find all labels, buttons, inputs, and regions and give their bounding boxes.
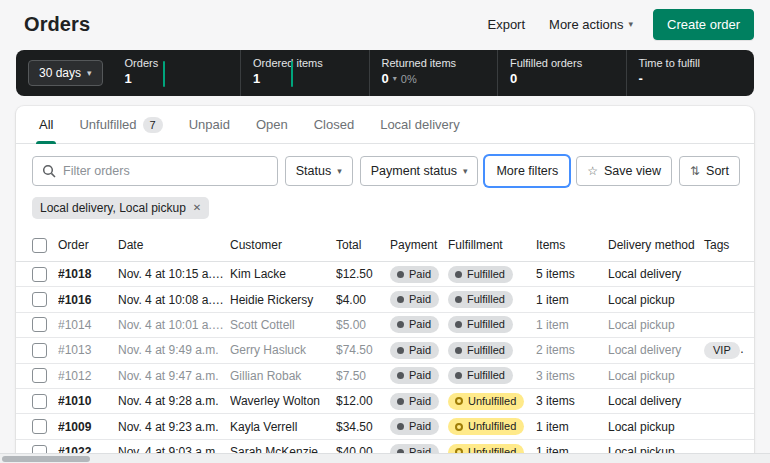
checkbox-cell — [32, 292, 58, 307]
save-view-button[interactable]: ☆ Save view — [576, 156, 672, 186]
order-row[interactable]: #1014Nov. 4 at 10:01 a.m.Scott Cottell$5… — [16, 313, 754, 338]
metric-returned-items[interactable]: Returned items0▾0% — [369, 50, 497, 96]
status-dot-icon — [455, 321, 462, 328]
metric-value-row: 0 — [510, 71, 613, 86]
order-date: Nov. 4 at 9:28 a.m. — [118, 394, 230, 408]
payment-badge: Paid — [390, 418, 439, 435]
payment-badge: Paid — [390, 291, 439, 308]
metric-ordered-items[interactable]: Ordered items1 — [240, 50, 368, 96]
fulfillment-badge: Fulfilled — [448, 266, 513, 283]
items-count: 1 item — [536, 420, 608, 434]
customer-name: Gillian Robak — [230, 369, 336, 383]
tab-closed[interactable]: Closed — [301, 106, 367, 143]
status-dot-icon — [455, 347, 462, 354]
order-row[interactable]: #1013Nov. 4 at 9:49 a.m.Gerry Hasluck$74… — [16, 338, 754, 363]
metric-value-row: 1 — [253, 71, 356, 86]
search-icon — [42, 164, 56, 178]
order-number[interactable]: #1014 — [58, 318, 118, 332]
order-number[interactable]: #1012 — [58, 369, 118, 383]
fulfillment-badge: Unfulfilled — [448, 418, 524, 435]
tab-all[interactable]: All — [26, 106, 66, 143]
order-total: $4.00 — [336, 293, 390, 307]
tab-unpaid[interactable]: Unpaid — [176, 106, 243, 143]
create-order-button[interactable]: Create order — [653, 9, 754, 40]
metric-delta: 0% — [401, 73, 417, 85]
metric-time-to-fulfill[interactable]: Time to fulfill- — [626, 50, 754, 96]
order-row[interactable]: #1010Nov. 4 at 9:28 a.m.Waverley Wolton$… — [16, 389, 754, 414]
metric-value-row: - — [639, 71, 742, 86]
payment-badge: Paid — [390, 393, 439, 410]
orders-card: AllUnfulfilled7UnpaidOpenClosedLocal del… — [16, 106, 754, 463]
status-filter-button[interactable]: Status ▾ — [285, 156, 353, 186]
table-body: #1018Nov. 4 at 10:15 a.m.Kim Lacke$12.50… — [16, 262, 754, 463]
sparkline — [291, 61, 293, 87]
row-checkbox[interactable] — [32, 394, 47, 409]
sort-arrows-icon: ⇅ — [690, 165, 700, 177]
remove-filter-icon[interactable]: ✕ — [193, 203, 201, 213]
items-count: 3 items — [536, 369, 608, 383]
metric-label: Returned items — [382, 57, 485, 69]
order-row[interactable]: #1009Nov. 4 at 9:23 a.m.Kayla Verrell$34… — [16, 414, 754, 439]
select-all-checkbox[interactable] — [32, 238, 47, 253]
more-filters-label: More filters — [496, 164, 558, 178]
row-checkbox[interactable] — [32, 343, 47, 358]
row-checkbox[interactable] — [32, 419, 47, 434]
metric-orders[interactable]: Orders1 — [113, 50, 240, 96]
order-row[interactable]: #1018Nov. 4 at 10:15 a.m.Kim Lacke$12.50… — [16, 262, 754, 287]
order-row[interactable]: #1016Nov. 4 at 10:08 a.m.Heidie Rickersy… — [16, 287, 754, 312]
payment-status-cell: Paid — [390, 266, 448, 283]
payment-status-cell: Paid — [390, 393, 448, 410]
delivery-method: Local pickup — [608, 369, 704, 383]
column-header-date: Date — [118, 238, 230, 252]
row-checkbox[interactable] — [32, 368, 47, 383]
order-number[interactable]: #1013 — [58, 343, 118, 357]
row-checkbox[interactable] — [32, 292, 47, 307]
fulfillment-status-cell: Unfulfilled — [448, 393, 536, 410]
row-checkbox[interactable] — [32, 317, 47, 332]
items-count: 3 items — [536, 394, 608, 408]
filter-orders-input[interactable] — [63, 164, 268, 178]
export-button[interactable]: Export — [477, 11, 535, 38]
payment-badge: Paid — [390, 316, 439, 333]
sort-button[interactable]: ⇅ Sort — [679, 156, 740, 186]
more-actions-button[interactable]: More actions ▾ — [539, 11, 643, 38]
fulfillment-status-cell: Unfulfilled — [448, 418, 536, 435]
metric-value: 1 — [125, 71, 132, 86]
horizontal-scrollbar[interactable] — [0, 453, 770, 463]
order-number[interactable]: #1018 — [58, 267, 118, 281]
order-number[interactable]: #1016 — [58, 293, 118, 307]
tab-local-delivery[interactable]: Local delivery — [367, 106, 473, 143]
fulfillment-badge-label: Fulfilled — [467, 344, 505, 357]
tab-open[interactable]: Open — [243, 106, 301, 143]
order-number[interactable]: #1009 — [58, 420, 118, 434]
column-header-tags: Tags — [704, 238, 744, 252]
status-filter-label: Status — [296, 164, 331, 178]
table-header-row: OrderDateCustomerTotalPaymentFulfillment… — [16, 229, 754, 262]
scrollbar-thumb[interactable] — [2, 456, 90, 462]
filter-orders-search[interactable] — [32, 156, 278, 186]
order-number[interactable]: #1010 — [58, 394, 118, 408]
checkbox-cell — [32, 267, 58, 282]
payment-badge-label: Paid — [409, 420, 431, 433]
delivery-method: Local pickup — [608, 293, 704, 307]
metric-fulfilled-orders[interactable]: Fulfilled orders0 — [497, 50, 625, 96]
date-range-label: 30 days — [39, 66, 81, 80]
delivery-method: Local pickup — [608, 420, 704, 434]
date-range-button[interactable]: 30 days ▾ — [28, 60, 103, 86]
more-filters-button[interactable]: More filters — [485, 156, 569, 186]
status-dot-icon — [455, 397, 463, 405]
checkbox-cell — [32, 343, 58, 358]
fulfillment-badge: Fulfilled — [448, 342, 513, 359]
metric-value-row: 0▾0% — [382, 71, 485, 86]
column-header-customer: Customer — [230, 238, 336, 252]
tab-unfulfilled[interactable]: Unfulfilled7 — [66, 106, 175, 143]
fulfillment-badge: Unfulfilled — [448, 393, 524, 410]
order-row[interactable]: #1012Nov. 4 at 9:47 a.m.Gillian Robak$7.… — [16, 364, 754, 389]
metric-value: 0 — [510, 71, 517, 86]
payment-status-filter-button[interactable]: Payment status ▾ — [360, 156, 479, 186]
row-checkbox[interactable] — [32, 267, 47, 282]
items-count: 2 items — [536, 343, 608, 357]
items-count: 1 item — [536, 318, 608, 332]
payment-status-cell: Paid — [390, 316, 448, 333]
orders-table: OrderDateCustomerTotalPaymentFulfillment… — [16, 229, 754, 463]
